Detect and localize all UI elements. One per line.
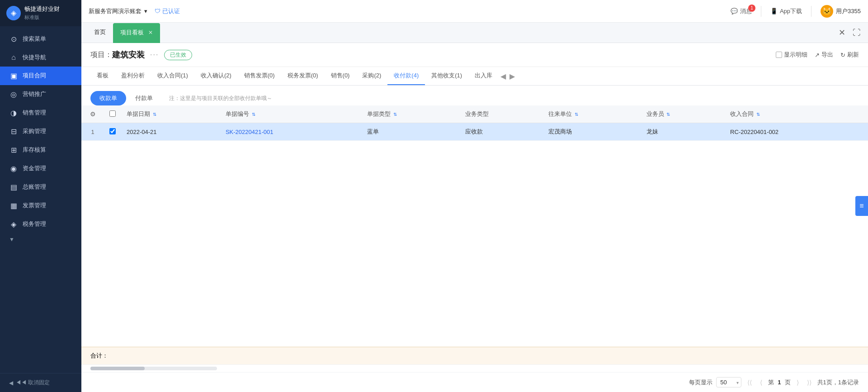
home-icon: ⌂ xyxy=(9,53,18,62)
sub-tab-income-confirm[interactable]: 收入确认(2) xyxy=(194,67,238,85)
user-menu[interactable]: 🐱 用户3355 xyxy=(821,5,861,18)
col-biztype-header: 业务类型 xyxy=(460,105,543,123)
inner-tab-receipt[interactable]: 收款单 xyxy=(90,91,126,105)
horizontal-scrollbar-track[interactable] xyxy=(90,367,217,370)
topbar-divider xyxy=(761,6,761,17)
float-action-button[interactable]: ≡ xyxy=(855,196,868,216)
show-detail-label: 显示明细 xyxy=(784,51,807,59)
topbar: 新服务官网演示账套 ▾ 🛡 已认证 💬 消息 1 📱 App下载 🐱 用户335… xyxy=(81,0,868,23)
per-page-select[interactable]: 10 20 50 100 xyxy=(716,377,741,387)
settings-gear-icon[interactable]: ⚙ xyxy=(90,110,96,118)
project-status-badge: 已生效 xyxy=(164,50,192,60)
refresh-button[interactable]: ↻ 刷新 xyxy=(840,51,859,59)
sub-tab-profit[interactable]: 盈利分析 xyxy=(115,67,151,85)
sidebar-item-sales[interactable]: ◑ 销售管理 xyxy=(0,104,81,122)
main-area: 新服务官网演示账套 ▾ 🛡 已认证 💬 消息 1 📱 App下载 🐱 用户335… xyxy=(81,0,868,392)
sub-tab-other-expenses[interactable]: 其他收支(1) xyxy=(425,67,468,85)
horizontal-scrollbar-thumb[interactable] xyxy=(90,367,145,370)
row-date: 2022-04-21 xyxy=(121,123,220,141)
sub-tabs-prev-arrow[interactable]: ◀ xyxy=(499,72,508,81)
sidebar-item-inventory[interactable]: ⊞ 库存核算 xyxy=(0,141,81,159)
page-label: 第 xyxy=(768,378,774,387)
account-name: 新服务官网演示账套 xyxy=(89,7,142,15)
invoice-icon: ▦ xyxy=(9,201,18,210)
row-partner: 宏茂商场 xyxy=(543,123,641,141)
sub-tabs-next-arrow[interactable]: ▶ xyxy=(508,72,517,81)
app-download-button[interactable]: 📱 App下载 xyxy=(770,7,802,15)
message-button[interactable]: 💬 消息 1 xyxy=(731,7,752,15)
sidebar-cancel-pin[interactable]: ◀ ◀◀ 取消固定 xyxy=(0,373,81,392)
salesperson-sort-icon: ⇅ xyxy=(666,112,670,117)
next-page-button[interactable]: ⟩ xyxy=(794,378,801,387)
col-date-header[interactable]: 单据日期 ⇅ xyxy=(121,105,220,123)
sidebar-item-label: 项目合同 xyxy=(23,72,46,80)
total-info: 共1页，1条记录 xyxy=(817,378,859,387)
col-income-contract-header[interactable]: 收入合同 ⇅ xyxy=(725,105,868,123)
col-salesperson-header[interactable]: 业务员 ⇅ xyxy=(641,105,725,123)
sidebar-item-quick-nav[interactable]: ⌂ 快捷导航 xyxy=(0,48,81,67)
col-check-header[interactable] xyxy=(104,105,121,123)
inner-tab-payment[interactable]: 付款单 xyxy=(126,91,162,105)
window-maximize-button[interactable]: ⛶ xyxy=(851,26,863,39)
refresh-label: 刷新 xyxy=(847,51,859,59)
tabs-bar: 首页 项目看板 ✕ ✕ ⛶ xyxy=(81,23,868,43)
sub-tab-inout[interactable]: 出入库 xyxy=(468,67,499,85)
row-checkbox[interactable] xyxy=(109,128,116,134)
sidebar-item-invoice[interactable]: ▦ 发票管理 xyxy=(0,196,81,215)
window-controls: ✕ ⛶ xyxy=(837,26,863,39)
refresh-icon: ↻ xyxy=(840,52,845,58)
sub-tab-income-contract[interactable]: 收入合同(1) xyxy=(151,67,194,85)
cert-label: 已认证 xyxy=(162,7,180,15)
row-number-link[interactable]: SK-20220421-001 xyxy=(226,129,274,135)
sidebar-item-label: 资金管理 xyxy=(23,164,46,172)
chevron-down-icon: ▼ xyxy=(9,236,14,243)
date-sort-icon: ⇅ xyxy=(153,112,156,117)
sub-tab-tax-invoice[interactable]: 税务发票(0) xyxy=(281,67,325,85)
message-icon: 💬 xyxy=(731,8,738,14)
mobile-icon: 📱 xyxy=(770,8,778,14)
sidebar-item-label: 税务管理 xyxy=(23,220,46,228)
sidebar-item-tax[interactable]: ◈ 税务管理 xyxy=(0,215,81,234)
sidebar-scroll-down[interactable]: ▼ xyxy=(0,234,81,245)
sub-tab-sales-invoice[interactable]: 销售发票(0) xyxy=(238,67,281,85)
col-number-header[interactable]: 单据编号 ⇅ xyxy=(220,105,362,123)
sidebar-item-search[interactable]: ⊙ 搜索菜单 xyxy=(0,30,81,48)
export-button[interactable]: ↗ 导出 xyxy=(815,51,833,59)
col-doctype-header[interactable]: 单据类型 ⇅ xyxy=(362,105,460,123)
first-page-button[interactable]: ⟨⟨ xyxy=(745,378,754,387)
sub-tab-purchase[interactable]: 采购(2) xyxy=(356,67,387,85)
sidebar-nav: ⊙ 搜索菜单 ⌂ 快捷导航 ▣ 项目合同 ◎ 营销推广 ◑ 销售管理 ⊟ 采购管… xyxy=(0,26,81,373)
table-header-row: ⚙ 单据日期 ⇅ 单据编号 ⇅ xyxy=(81,105,868,123)
row-income-contract: RC-20220401-002 xyxy=(725,123,868,141)
sidebar: ◈ 畅捷通好业财 标准版 ⊙ 搜索菜单 ⌂ 快捷导航 ▣ 项目合同 ◎ 营销推广… xyxy=(0,0,81,392)
row-number[interactable]: SK-20220421-001 xyxy=(220,123,362,141)
sub-tab-kanban[interactable]: 看板 xyxy=(90,67,115,85)
col-settings-header[interactable]: ⚙ xyxy=(81,105,104,123)
account-selector[interactable]: 新服务官网演示账套 ▾ xyxy=(89,7,147,15)
tab-close-icon[interactable]: ✕ xyxy=(148,29,153,36)
number-sort-icon: ⇅ xyxy=(252,112,255,117)
project-more-button[interactable]: ··· xyxy=(150,51,159,59)
sub-tab-sales[interactable]: 销售(0) xyxy=(325,67,356,85)
sidebar-item-capital[interactable]: ◉ 资金管理 xyxy=(0,159,81,178)
tab-project-board[interactable]: 项目看板 ✕ xyxy=(113,23,160,43)
prev-page-button[interactable]: ⟨ xyxy=(758,378,764,387)
sidebar-item-project-contract[interactable]: ▣ 项目合同 xyxy=(0,67,81,85)
sidebar-item-ledger[interactable]: ▤ 总账管理 xyxy=(0,178,81,196)
sidebar-item-marketing[interactable]: ◎ 营销推广 xyxy=(0,85,81,104)
sidebar-item-label: 销售管理 xyxy=(23,109,46,117)
col-partner-header[interactable]: 往来单位 ⇅ xyxy=(543,105,641,123)
tab-project-board-label: 项目看板 xyxy=(120,29,144,36)
tab-home-label: 首页 xyxy=(94,29,106,35)
table-row[interactable]: 1 2022-04-21 SK-20220421-001 蓝单 应收款 宏茂商场… xyxy=(81,123,868,141)
last-page-button[interactable]: ⟩⟩ xyxy=(805,378,814,387)
sub-tab-payment[interactable]: 收付款(4) xyxy=(387,67,425,85)
per-page-select-wrap[interactable]: 10 20 50 100 xyxy=(716,377,741,387)
sidebar-item-purchase[interactable]: ⊟ 采购管理 xyxy=(0,122,81,141)
select-all-checkbox[interactable] xyxy=(109,110,116,117)
table-footer: 合计： xyxy=(81,347,868,364)
tab-home[interactable]: 首页 xyxy=(87,23,113,43)
window-close-button[interactable]: ✕ xyxy=(837,26,847,39)
show-detail-checkbox[interactable]: 显示明细 xyxy=(776,51,807,59)
row-checkbox-cell[interactable] xyxy=(104,123,121,141)
